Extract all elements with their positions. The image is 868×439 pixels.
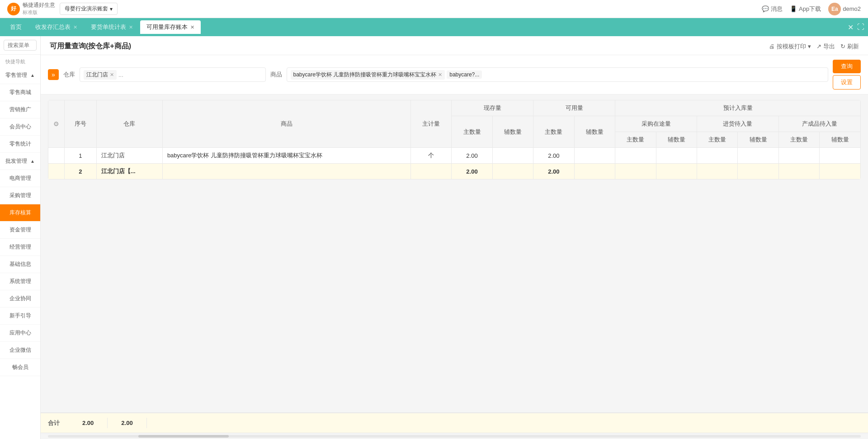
row-2-pp-main: [778, 164, 819, 179]
nav-close-btn[interactable]: ✕: [848, 23, 854, 32]
sidebar-item-retail-mgmt-label: 零售管理: [5, 71, 27, 79]
sidebar-search-area: [0, 36, 40, 55]
tab-order-stats[interactable]: 要货单统计表 ✕: [85, 20, 139, 34]
print-icon: 🖨: [769, 43, 775, 50]
sidebar-item-app-center-label: 应用中心: [9, 330, 31, 336]
message-action[interactable]: 💬 消息: [762, 5, 783, 13]
query-button[interactable]: 查询: [833, 60, 861, 73]
export-btn[interactable]: ↗ 导出: [816, 42, 835, 51]
settings-icon[interactable]: ⚙: [53, 120, 59, 127]
sidebar-item-operations[interactable]: 经营管理: [0, 239, 40, 256]
sidebar-item-purchase-label: 采购管理: [9, 192, 31, 198]
row-1-unit: 个: [410, 148, 451, 164]
row-1-it-main: [697, 148, 738, 164]
sidebar-item-member[interactable]: 会员中心: [0, 118, 40, 136]
setting-button[interactable]: 设置: [833, 75, 861, 90]
warehouse-more[interactable]: ...: [118, 71, 123, 78]
warehouse-tag-close[interactable]: ✕: [110, 72, 114, 78]
sidebar-item-system-label: 系统管理: [9, 278, 31, 284]
th-current-stock: 现存量: [452, 100, 533, 116]
sidebar-item-wholesale-arrow: ▲: [30, 159, 35, 164]
download-action[interactable]: 📱 App下载: [790, 5, 821, 13]
th-current-aux: 辅数量: [492, 116, 533, 148]
logo-icon: 好: [7, 3, 20, 15]
sidebar-search-input[interactable]: [4, 40, 37, 51]
tab-available-stock-close[interactable]: ✕: [190, 24, 194, 30]
sidebar-item-stock[interactable]: 库存核算: [0, 204, 40, 222]
sidebar-item-newbie[interactable]: 新手引导: [0, 307, 40, 325]
tab-available-stock[interactable]: 可用量库存账本 ✕: [140, 20, 201, 34]
row-2-num: 2: [65, 164, 97, 179]
sidebar-item-enterprise[interactable]: 企业协同: [0, 290, 40, 307]
th-product-pending: 产成品待入量: [778, 116, 860, 132]
refresh-icon: ↻: [840, 43, 845, 50]
tab-inventory-summary-close[interactable]: ✕: [73, 24, 77, 30]
row-1-current-aux: [492, 148, 533, 164]
org-selector[interactable]: 母婴行业演示账套 ▾: [60, 3, 118, 15]
footer-label: 合计: [48, 419, 60, 427]
filter-expand-btn[interactable]: »: [48, 69, 59, 80]
sidebar-item-wechat[interactable]: 企业微信: [0, 342, 40, 359]
sidebar-item-wholesale[interactable]: 批发管理 ▲: [0, 153, 40, 170]
scroll-bar-thumb[interactable]: [138, 435, 229, 438]
th-in-transit: 进货待入量: [697, 116, 779, 132]
sidebar-item-retail-mall[interactable]: 零售商城: [0, 84, 40, 101]
sidebar-item-member2-label: 畅会员: [12, 364, 28, 370]
row-1-po-main: [615, 148, 656, 164]
export-label: 导出: [823, 42, 835, 51]
nav-expand-btn[interactable]: ⛶: [857, 23, 864, 31]
org-name: 母婴行业演示账套: [65, 5, 108, 13]
sidebar-item-member2[interactable]: 畅会员: [0, 359, 40, 376]
product-tag-1: babycare学饮杯 儿童防摔防撞吸管杯重力球吸嘴杯宝宝水杯 ✕: [291, 70, 445, 80]
sidebar-item-wechat-label: 企业微信: [9, 347, 31, 353]
sidebar-item-basics[interactable]: 基础信息: [0, 256, 40, 273]
sidebar-item-retail-stats[interactable]: 零售统计: [0, 136, 40, 153]
th-planned-in: 预计入库量: [615, 100, 861, 116]
nav-tabs: 首页 收发存汇总表 ✕ 要货单统计表 ✕ 可用量库存账本 ✕ ✕ ⛶: [0, 18, 868, 36]
tab-inventory-summary[interactable]: 收发存汇总表 ✕: [29, 20, 84, 34]
row-1-warehouse: 江北门店: [96, 148, 162, 164]
refresh-btn[interactable]: ↻ 刷新: [840, 42, 859, 51]
row-2-it-aux: [738, 164, 778, 179]
th-purchase-onway-main: 主数量: [615, 132, 656, 148]
page-header: 可用量查询(按仓库+商品) 🖨 按模板打印 ▾ ↗ 导出 ↻ 刷新: [41, 36, 868, 55]
row-1-avail-main: 2.00: [533, 148, 574, 164]
product-tag-1-close[interactable]: ✕: [438, 72, 442, 78]
row-1-settings: [48, 148, 65, 164]
tab-home-label: 首页: [10, 23, 22, 31]
top-bar-left: 好 畅捷通好生意 标准版 母婴行业演示账套 ▾: [7, 2, 118, 16]
sidebar-item-enterprise-label: 企业协同: [9, 295, 31, 302]
tab-order-stats-close[interactable]: ✕: [129, 24, 133, 30]
filter-bar: » 仓库 江北门店 ✕ ... 商品 babycare学饮杯 儿童防摔防撞吸管杯…: [41, 55, 868, 94]
logo-subtitle: 标准版: [23, 9, 55, 16]
sidebar-item-ecommerce[interactable]: 电商管理: [0, 170, 40, 187]
footer-cells: 2.00 2.00: [69, 418, 147, 428]
user-area[interactable]: Ea demo2: [828, 3, 861, 15]
sidebar-item-marketing[interactable]: 营销推广: [0, 101, 40, 118]
sidebar-item-stock-label: 库存核算: [9, 209, 31, 216]
sidebar-item-member-label: 会员中心: [9, 123, 31, 130]
sidebar-item-app-center[interactable]: 应用中心: [0, 325, 40, 342]
row-2-avail-aux: [574, 164, 615, 179]
row-2-pp-aux: [820, 164, 861, 179]
row-2-it-main: [697, 164, 738, 179]
main-layout: 快捷导航 零售管理 ▲ 零售商城 营销推广 会员中心 零售统计 批发管理 ▲ 电…: [0, 36, 868, 439]
tab-available-stock-label: 可用量库存账本: [146, 23, 188, 31]
th-product-pending-aux: 辅数量: [820, 132, 861, 148]
th-row-num: 序号: [65, 100, 97, 148]
row-1-product: babycare学饮杯 儿童防摔防撞吸管杯重力球吸嘴杯宝宝水杯: [162, 148, 410, 164]
th-product: 商品: [162, 100, 410, 148]
sidebar-item-finance[interactable]: 资金管理: [0, 222, 40, 239]
sidebar-item-purchase[interactable]: 采购管理: [0, 187, 40, 204]
sidebar-item-finance-label: 资金管理: [9, 227, 31, 233]
sidebar-item-retail-stats-label: 零售统计: [9, 141, 31, 147]
logo-area: 好 畅捷通好生意 标准版: [7, 2, 55, 16]
tab-home[interactable]: 首页: [4, 20, 28, 34]
sidebar-item-system[interactable]: 系统管理: [0, 273, 40, 290]
row-1-it-aux: [738, 148, 778, 164]
message-icon: 💬: [762, 5, 769, 12]
th-purchase-onway-aux: 辅数量: [656, 132, 697, 148]
sidebar-item-retail-mgmt[interactable]: 零售管理 ▲: [0, 67, 40, 84]
th-avail-aux: 辅数量: [574, 116, 615, 148]
print-btn[interactable]: 🖨 按模板打印 ▾: [769, 42, 811, 51]
